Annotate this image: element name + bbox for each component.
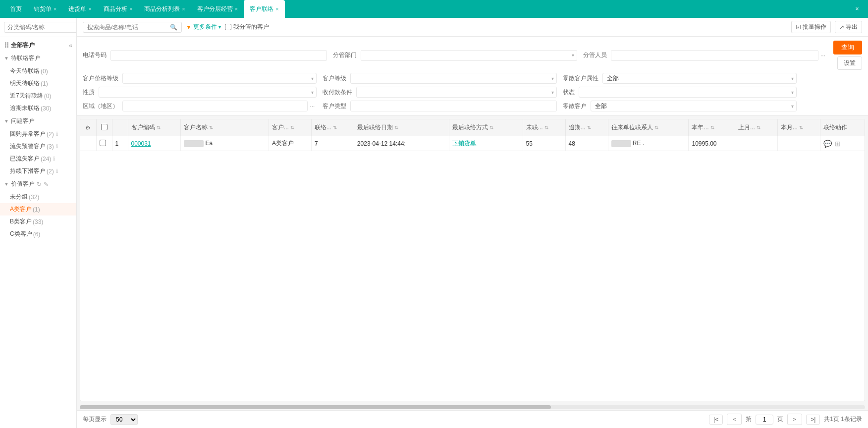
nav-product-analysis-list-close[interactable]: × bbox=[182, 6, 185, 12]
th-cust-name[interactable]: 客户名称⇅ bbox=[181, 119, 269, 136]
th-gear[interactable]: ⚙ bbox=[80, 119, 96, 136]
sidebar-item-declining[interactable]: 持续下滑客户 (2) ℹ bbox=[0, 165, 76, 177]
sidebar-group-pending[interactable]: ▼ 待联络客户 bbox=[0, 52, 76, 65]
nav-sales-close[interactable]: × bbox=[54, 6, 56, 12]
sidebar-item-overdue[interactable]: 逾期未联络 (30) bbox=[0, 102, 76, 114]
nature-select[interactable] bbox=[99, 87, 317, 98]
prev-page-button[interactable]: ＜ bbox=[727, 414, 742, 425]
nav-product-analysis-close[interactable]: × bbox=[129, 6, 132, 12]
select-all-checkbox[interactable] bbox=[101, 124, 108, 130]
th-uncontacted[interactable]: 未联...⇅ bbox=[523, 119, 565, 136]
nav-customer-contact-close[interactable]: × bbox=[275, 6, 278, 12]
sidebar-item-ungrouped[interactable]: 未分组 (32) bbox=[0, 191, 76, 203]
chat-icon[interactable]: 💬 bbox=[823, 140, 832, 148]
region-input[interactable] bbox=[122, 101, 308, 111]
value-group-edit-icon[interactable]: ✎ bbox=[44, 181, 49, 188]
th-cust-code[interactable]: 客户编码⇅ bbox=[128, 119, 181, 136]
status-wrap: ▾ bbox=[579, 87, 797, 98]
th-contact[interactable]: 联络...⇅ bbox=[311, 119, 354, 136]
last-page-button[interactable]: >| bbox=[806, 415, 820, 425]
first-page-button[interactable]: |< bbox=[709, 415, 723, 425]
retail-attr-select[interactable]: 全部 bbox=[602, 73, 797, 84]
sidebar-item-c-class[interactable]: C类客户 (6) bbox=[0, 228, 76, 240]
nav-home[interactable]: 首页 bbox=[4, 0, 28, 18]
cust-level-select[interactable] bbox=[350, 73, 556, 84]
table-header-row: ⚙ 客户编码⇅ 客户名称⇅ 客户...⇅ bbox=[80, 119, 865, 136]
sidebar-item-b-class[interactable]: B类客户 (33) bbox=[0, 215, 76, 228]
dept-select[interactable] bbox=[361, 50, 577, 61]
sidebar-collapse-icon[interactable]: « bbox=[69, 42, 72, 49]
more-filters-button[interactable]: ▼ 更多条件 ▾ bbox=[186, 23, 221, 31]
bulk-ops-button[interactable]: ☑ 批量操作 bbox=[791, 21, 831, 33]
price-level-select[interactable] bbox=[122, 73, 317, 84]
th-last-month[interactable]: 上月...⇅ bbox=[735, 119, 777, 136]
sidebar-group-value[interactable]: ▼ 价值客户 ↻ ✎ bbox=[0, 177, 76, 191]
sidebar-group-problem[interactable]: ▼ 问题客户 bbox=[0, 114, 76, 128]
filter-status: 状态 ▾ bbox=[563, 87, 797, 98]
retail-cust-select[interactable]: 全部 bbox=[591, 101, 797, 111]
nav-product-analysis-list[interactable]: 商品分析列表 × bbox=[138, 0, 191, 18]
th-overdue[interactable]: 逾期...⇅ bbox=[565, 119, 608, 136]
search-input[interactable] bbox=[87, 24, 170, 31]
nav-customer-tier[interactable]: 客户分层经营 × bbox=[191, 0, 244, 18]
sidebar-search-input[interactable] bbox=[4, 22, 77, 33]
region-dots[interactable]: ··· bbox=[310, 103, 315, 109]
th-last-contact-method[interactable]: 最后联络方式⇅ bbox=[449, 119, 523, 136]
export-button[interactable]: ↗ 导出 bbox=[835, 21, 862, 33]
search-icon[interactable]: 🔍 bbox=[170, 24, 177, 31]
th-visit-contact[interactable]: 往来单位联系人⇅ bbox=[608, 119, 689, 136]
person-dots[interactable]: ··· bbox=[820, 52, 825, 59]
my-customers-checkbox[interactable]: 我分管的客户 bbox=[225, 23, 269, 31]
data-table-wrap: ⚙ 客户编码⇅ 客户名称⇅ 客户...⇅ bbox=[80, 119, 865, 401]
td-cust-type: A类客户 bbox=[269, 136, 311, 151]
person-input[interactable] bbox=[611, 50, 818, 61]
cust-type-input[interactable] bbox=[350, 101, 556, 111]
page-size-select[interactable]: 50 100 200 bbox=[110, 414, 138, 425]
th-this-month[interactable]: 本月...⇅ bbox=[777, 119, 820, 136]
value-group-refresh-icon[interactable]: ↻ bbox=[37, 181, 42, 188]
bulk-icon: ☑ bbox=[796, 24, 801, 31]
sidebar-item-7days[interactable]: 近7天待联络 (0) bbox=[0, 90, 76, 102]
row-checkbox[interactable] bbox=[100, 140, 106, 146]
close-all-tabs-button[interactable]: × bbox=[850, 2, 864, 16]
horizontal-scrollbar[interactable] bbox=[77, 404, 868, 410]
sidebar-item-a-class[interactable]: A类客户 (1) bbox=[0, 203, 76, 215]
sidebar-item-churned[interactable]: 已流失客户 (24) ℹ bbox=[0, 153, 76, 165]
sort-icon-date: ⇅ bbox=[394, 125, 398, 130]
phone-input[interactable] bbox=[110, 50, 327, 61]
retail-cust-wrap: 全部 ▾ bbox=[591, 101, 797, 111]
dots-icon: ⠿ bbox=[4, 42, 9, 50]
contact-method-link[interactable]: 下销货单 bbox=[452, 140, 476, 147]
page-number-input[interactable] bbox=[756, 415, 773, 425]
info-icon-2[interactable]: ℹ bbox=[56, 143, 58, 150]
info-icon-3[interactable]: ℹ bbox=[53, 156, 55, 162]
th-cust-type[interactable]: 客户...⇅ bbox=[269, 119, 311, 136]
my-customers-checkbox-input[interactable] bbox=[225, 24, 231, 30]
th-this-year[interactable]: 本年...⇅ bbox=[689, 119, 735, 136]
qr-icon[interactable]: ⊞ bbox=[835, 140, 841, 148]
triangle-icon-2: ▼ bbox=[4, 118, 9, 124]
query-button[interactable]: 查询 bbox=[833, 41, 862, 54]
th-last-contact-date[interactable]: 最后联络日期⇅ bbox=[354, 119, 449, 136]
sidebar-item-today[interactable]: 今天待联络 (0) bbox=[0, 65, 76, 77]
scrollbar-thumb[interactable] bbox=[80, 405, 551, 409]
sidebar-item-repurchase-abnormal[interactable]: 回购异常客户 (2) ℹ bbox=[0, 128, 76, 140]
scrollbar-track bbox=[80, 405, 865, 409]
nav-product-analysis[interactable]: 商品分析 × bbox=[98, 0, 138, 18]
nav-customer-contact[interactable]: 客户联络 × bbox=[244, 0, 284, 18]
cust-level-wrap: ▾ bbox=[350, 73, 556, 84]
sidebar-item-tomorrow[interactable]: 明天待联络 (1) bbox=[0, 77, 76, 90]
nav-sales[interactable]: 销货单 × bbox=[28, 0, 62, 18]
info-icon-1[interactable]: ℹ bbox=[56, 131, 58, 137]
sidebar-item-churn-warning[interactable]: 流失预警客户 (3) ℹ bbox=[0, 140, 76, 153]
info-icon-4[interactable]: ℹ bbox=[56, 168, 58, 174]
payment-select[interactable] bbox=[356, 87, 556, 98]
cust-code-link[interactable]: 000031 bbox=[131, 140, 151, 147]
next-page-button[interactable]: ＞ bbox=[787, 414, 802, 425]
nav-customer-tier-close[interactable]: × bbox=[235, 6, 238, 12]
export-icon: ↗ bbox=[839, 24, 844, 31]
status-select[interactable] bbox=[579, 87, 797, 98]
setting-button[interactable]: 设置 bbox=[837, 56, 862, 70]
nav-purchase-close[interactable]: × bbox=[88, 6, 91, 12]
nav-purchase[interactable]: 进货单 × bbox=[62, 0, 97, 18]
